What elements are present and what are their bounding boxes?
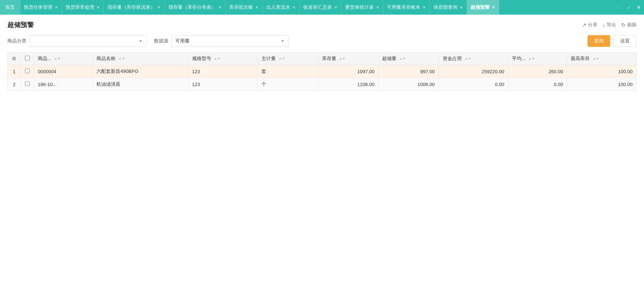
- select-all-checkbox[interactable]: [25, 56, 30, 60]
- data-table: ⚙ 商品... ▲▼ 商品名称 ▲▼ 规格型号 ▲▼ 主计: [7, 52, 637, 91]
- nav-close-icon[interactable]: ✕: [492, 5, 495, 10]
- share-label: 分享: [588, 22, 597, 28]
- col-header-product-code[interactable]: 商品... ▲▼: [34, 52, 93, 65]
- col-product-code-label: 商品...: [38, 56, 51, 61]
- nav-item-10[interactable]: 保质期查询✕: [430, 0, 467, 15]
- nav-item-label: 现存量（库存状况表）: [107, 4, 155, 11]
- settings-button[interactable]: 设置: [613, 35, 637, 47]
- row-num-0: 1: [8, 65, 21, 78]
- chevron-down-icon: ▼: [139, 39, 143, 43]
- nav-close-icon[interactable]: ✕: [422, 5, 426, 10]
- row-num-1: 2: [8, 78, 21, 91]
- row-product-name-1: 机油滤清器: [93, 78, 188, 91]
- nav-close-icon[interactable]: ✕: [255, 5, 259, 10]
- filter-row: 商品分类 ▼ 数据源 可用量 ▼ 查询 设置: [7, 35, 637, 47]
- row-capital-1: 0.00: [439, 78, 508, 91]
- col-unit-label: 主计量: [261, 56, 276, 61]
- nav-close-icon[interactable]: ✕: [376, 5, 379, 10]
- row-max-stock-0: 100.00: [567, 65, 637, 78]
- row-checkbox-1[interactable]: [21, 78, 34, 91]
- col-header-unit[interactable]: 主计量 ▲▼: [258, 52, 318, 65]
- row-avg-1: 0.00: [508, 78, 567, 91]
- sort-icon-product-code: ▲▼: [54, 57, 61, 60]
- nav-home-label: 首页: [5, 4, 15, 11]
- nav-arrow-right[interactable]: ›: [623, 0, 634, 15]
- nav-item-5[interactable]: 库存批次账✕: [226, 0, 263, 15]
- nav-item-11[interactable]: 超储预警✕: [467, 0, 499, 15]
- nav-close-icon[interactable]: ✕: [157, 5, 161, 10]
- col-stock-label: 库存量: [322, 56, 336, 61]
- nav-item-label: 保质期查询: [433, 4, 457, 11]
- nav-home[interactable]: 首页: [0, 0, 20, 15]
- row-spec-1: 123: [188, 78, 258, 91]
- row-overstock-1: 1006.00: [378, 78, 439, 91]
- row-capital-0: 259220.00: [439, 65, 508, 78]
- row-unit-1: 个: [258, 78, 318, 91]
- nav-close-icon[interactable]: ✕: [96, 5, 100, 10]
- nav-item-3[interactable]: 现存量（库存状况表）✕: [104, 0, 165, 15]
- col-header-settings[interactable]: ⚙: [8, 52, 21, 65]
- row-product-code-1: 186-10...: [34, 78, 93, 91]
- nav-item-4[interactable]: 现存量（库存分布表）✕: [165, 0, 226, 15]
- row-select-checkbox-0[interactable]: [25, 68, 30, 73]
- nav-arrow-left[interactable]: ‹: [613, 0, 623, 15]
- col-max-label: 最高库存: [571, 56, 590, 61]
- nav-item-8[interactable]: 要货单统计表✕: [341, 0, 383, 15]
- refresh-label: 刷新: [627, 22, 637, 28]
- row-spec-0: 123: [188, 65, 258, 78]
- datasource-select[interactable]: 可用量 ▼: [171, 35, 289, 47]
- col-avg-label: 平均...: [512, 56, 526, 61]
- table-row: 2 186-10... 机油滤清器 123 个 1106.00 1006.00 …: [8, 78, 637, 91]
- col-header-spec[interactable]: 规格型号 ▲▼: [188, 52, 258, 65]
- col-header-product-name[interactable]: 商品名称 ▲▼: [93, 52, 188, 65]
- refresh-button[interactable]: ↻ 刷新: [621, 22, 637, 28]
- row-avg-0: 260.00: [508, 65, 567, 78]
- nav-item-label: 超储预警: [471, 4, 490, 11]
- sort-icon-stock: ▲▼: [339, 57, 345, 60]
- col-overstock-label: 超储量: [382, 56, 396, 61]
- nav-close-icon[interactable]: ✕: [218, 5, 222, 10]
- nav-item-label: 可用量库存账本: [387, 4, 420, 11]
- col-header-avg[interactable]: 平均... ▲▼: [508, 52, 567, 65]
- export-button[interactable]: ↓ 导出: [603, 22, 616, 28]
- nav-item-7[interactable]: 收发存汇总表✕: [300, 0, 341, 15]
- row-stock-1: 1106.00: [318, 78, 378, 91]
- col-header-max[interactable]: 最高库存 ▲▼: [567, 52, 637, 65]
- row-stock-0: 1097.00: [318, 65, 378, 78]
- datasource-filter-group: 数据源 可用量 ▼: [154, 35, 289, 47]
- nav-close-icon[interactable]: ✕: [292, 5, 296, 10]
- nav-arrow-close[interactable]: ✕: [634, 0, 644, 15]
- nav-item-9[interactable]: 可用量库存账本✕: [383, 0, 430, 15]
- category-label: 商品分类: [7, 38, 26, 44]
- col-header-checkbox: [21, 52, 34, 65]
- header-actions: ↗ 分享 ↓ 导出 ↻ 刷新: [582, 22, 637, 28]
- nav-item-label: 出入库流水: [266, 4, 290, 11]
- query-button[interactable]: 查询: [588, 35, 610, 47]
- row-select-checkbox-1[interactable]: [25, 81, 30, 86]
- col-header-overstock[interactable]: 超储量 ▲▼: [378, 52, 439, 65]
- nav-item-1[interactable]: 拣货任务管理✕: [20, 0, 62, 15]
- nav-close-icon[interactable]: ✕: [334, 5, 337, 10]
- page-header: 超储预警 ↗ 分享 ↓ 导出 ↻ 刷新: [7, 21, 637, 29]
- row-checkbox-0[interactable]: [21, 65, 34, 78]
- nav-item-2[interactable]: 拣货异常处理✕: [62, 0, 104, 15]
- row-overstock-0: 997.00: [378, 65, 439, 78]
- export-label: 导出: [607, 22, 616, 28]
- nav-close-icon[interactable]: ✕: [55, 5, 58, 10]
- nav-close-icon[interactable]: ✕: [460, 5, 463, 10]
- page-title: 超储预警: [7, 21, 34, 29]
- nav-item-6[interactable]: 出入库流水✕: [263, 0, 300, 15]
- datasource-value: 可用量: [175, 38, 190, 44]
- col-header-capital[interactable]: 资金占用 ▲▼: [439, 52, 508, 65]
- nav-item-label: 拣货任务管理: [24, 4, 52, 11]
- category-select[interactable]: ▼: [29, 35, 147, 47]
- nav-bar: 首页 拣货任务管理✕拣货异常处理✕现存量（库存状况表）✕现存量（库存分布表）✕库…: [0, 0, 644, 15]
- filter-buttons: 查询 设置: [588, 35, 637, 47]
- col-header-stock[interactable]: 库存量 ▲▼: [318, 52, 378, 65]
- share-button[interactable]: ↗ 分享: [582, 22, 597, 28]
- category-filter-group: 商品分类 ▼: [7, 35, 147, 47]
- gear-icon[interactable]: ⚙: [12, 56, 17, 62]
- sort-icon-unit: ▲▼: [279, 57, 285, 60]
- row-product-code-0: 0000004: [34, 65, 93, 78]
- sort-icon-avg: ▲▼: [528, 57, 535, 60]
